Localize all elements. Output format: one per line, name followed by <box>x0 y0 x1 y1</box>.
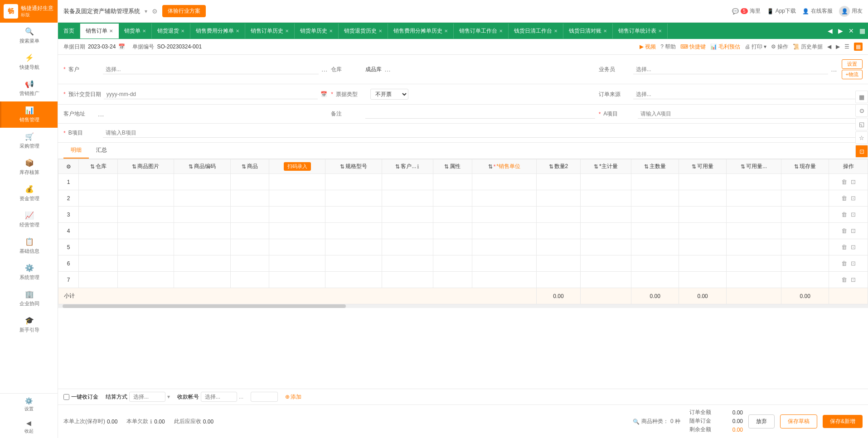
amount-input[interactable]: 0.00 <box>251 392 278 402</box>
float-btn-1[interactable]: ▦ <box>855 91 868 103</box>
online-service-btn[interactable]: 👤 在线客服 <box>802 7 833 15</box>
close-icon[interactable]: ✕ <box>603 29 607 34</box>
th-current-stock[interactable]: ⇅ 现存量 <box>781 159 829 174</box>
th-customer-code[interactable]: ⇅ 客户... ℹ <box>382 159 433 174</box>
cell-main-qty[interactable] <box>631 174 679 190</box>
cell-customer-code[interactable] <box>382 174 433 190</box>
b-project-input[interactable] <box>103 128 863 138</box>
sidebar-item-quick-nav[interactable]: ⚡ 快捷导航 <box>0 49 58 75</box>
cell-product-code[interactable] <box>174 174 230 190</box>
tab-menu-btn[interactable]: ▦ <box>857 25 868 36</box>
th-settings[interactable]: ⚙ <box>58 159 79 174</box>
copy-btn[interactable]: ⊡ <box>850 226 857 235</box>
float-btn-2[interactable]: ⊙ <box>855 104 868 117</box>
shortcut-btn[interactable]: ⌨ 快捷键 <box>680 43 706 51</box>
sidebar-item-guide[interactable]: 🎓 新手引导 <box>0 312 58 338</box>
sidebar-item-basic[interactable]: 📋 基础信息 <box>0 233 58 259</box>
tab-cash-daily-reconcile[interactable]: 钱货日清对账 ✕ <box>563 24 613 39</box>
cell-product[interactable] <box>230 174 269 190</box>
th-scan[interactable]: 扫码录入 <box>269 159 325 174</box>
cell-sales-unit[interactable] <box>472 174 537 190</box>
solution-btn[interactable]: 体验行业方案 <box>162 5 206 17</box>
tab-sales-expense-history[interactable]: 销售费用分摊单历史 ✕ <box>388 24 454 39</box>
one-click-checkout-checkbox[interactable]: 一键收订金 <box>63 393 98 401</box>
warehouse-dots-icon[interactable]: ... <box>384 65 390 73</box>
cell-main-unit[interactable] <box>580 174 631 190</box>
close-icon[interactable]: ✕ <box>236 29 239 34</box>
add-logistics-button[interactable]: +物流 <box>842 70 863 79</box>
app-download-btn[interactable]: 📱 App下载 <box>767 7 796 15</box>
sidebar-item-marketing[interactable]: 📢 营销推广 <box>0 75 58 101</box>
calendar2-icon[interactable]: 📅 <box>320 91 327 97</box>
float-btn-3[interactable]: ◱ <box>855 118 868 130</box>
scrollbar-thumb[interactable] <box>63 304 346 308</box>
remarks-input[interactable] <box>365 109 595 119</box>
layout-list-icon[interactable]: ☰ <box>844 43 849 50</box>
sidebar-item-enterprise[interactable]: 🏢 企业协同 <box>0 285 58 312</box>
tab-sales-return-history[interactable]: 销货单历史 ✕ <box>295 24 339 39</box>
cell-qty2[interactable] <box>537 174 580 190</box>
th-available-qty[interactable]: ⇅ 可用量 <box>679 159 727 174</box>
close-icon[interactable]: ✕ <box>181 29 184 34</box>
sub-tab-summary[interactable]: 汇总 <box>89 143 114 159</box>
save-draft-button[interactable]: 保存草稿 <box>780 414 817 428</box>
delete-btn[interactable]: 🗑 <box>840 210 848 219</box>
close-icon[interactable]: ✕ <box>142 29 146 34</box>
close-icon[interactable]: ✕ <box>658 29 662 34</box>
nav-next-icon[interactable]: ▶ <box>836 43 840 50</box>
table-scrollbar[interactable] <box>58 304 868 308</box>
cell-attributes[interactable] <box>433 174 472 190</box>
topbar-gear-icon[interactable]: ⚙ <box>152 8 158 15</box>
save-new-button[interactable]: 保存&新增 <box>823 415 863 428</box>
sidebar-item-finance[interactable]: 💰 资金管理 <box>0 180 58 207</box>
settings-button[interactable]: 设置 <box>842 59 863 69</box>
calendar-icon[interactable]: 📅 <box>118 43 125 50</box>
delivery-date-input[interactable] <box>104 90 318 99</box>
customer-dots-icon[interactable]: ... <box>321 65 327 73</box>
th-product[interactable]: ⇅ 商品 <box>230 159 269 174</box>
th-spec-model[interactable]: ⇅ 规格型号 <box>325 159 382 174</box>
tab-sales-return[interactable]: 销货单 ✕ <box>119 24 152 39</box>
th-attributes[interactable]: ⇅ 属性 <box>433 159 472 174</box>
view-btn[interactable]: ▶ 视频 <box>640 43 656 51</box>
delete-btn[interactable]: 🗑 <box>840 259 848 268</box>
float-btn-5[interactable]: ⊡ <box>855 145 868 158</box>
copy-btn[interactable]: ⊡ <box>850 210 857 219</box>
tab-cash-daily-workbench[interactable]: 钱货日清工作台 ✕ <box>509 24 563 39</box>
settlement-chevron-icon[interactable]: ▾ <box>167 394 170 400</box>
one-click-checkbox-input[interactable] <box>63 394 69 400</box>
tab-sales-order-stats[interactable]: 销售订单统计表 ✕ <box>613 24 668 39</box>
close-icon[interactable]: ✕ <box>329 29 333 34</box>
doc-num-value[interactable]: SO-20230324-001 <box>157 43 202 50</box>
receipt-account-input[interactable] <box>201 392 237 402</box>
close-icon[interactable]: ✕ <box>554 29 558 34</box>
user-menu[interactable]: 👤 用友 <box>839 6 863 17</box>
salesperson-input[interactable] <box>633 65 829 74</box>
tab-sales-expense-split[interactable]: 销售费用分摊单 ✕ <box>190 24 245 39</box>
settlement-method-input[interactable] <box>129 392 165 402</box>
sub-tab-detail[interactable]: 明细 <box>63 143 89 159</box>
delete-btn[interactable]: 🗑 <box>840 194 848 202</box>
close-icon[interactable]: ✕ <box>378 29 382 34</box>
th-sales-unit[interactable]: ⇅ **销售单位 <box>472 159 537 174</box>
close-icon[interactable]: ✕ <box>109 29 113 34</box>
notification-btn[interactable]: 💬 5 海里 <box>732 7 761 15</box>
add-payment-btn[interactable]: ⊕ 添加 <box>285 393 301 401</box>
sidebar-settings-btn[interactable]: ⚙️ 设置 <box>0 394 58 416</box>
cell-warehouse[interactable] <box>79 174 118 190</box>
close-icon[interactable]: ✕ <box>444 29 448 34</box>
delete-btn[interactable]: 🗑 <box>840 178 848 186</box>
th-main-unit[interactable]: ⇅ *主计量 <box>580 159 631 174</box>
nav-prev-icon[interactable]: ◀ <box>827 43 831 50</box>
cell-spec-model[interactable] <box>325 174 382 190</box>
copy-btn[interactable]: ⊡ <box>850 178 857 186</box>
sidebar-item-search[interactable]: 🔍 搜索菜单 <box>0 23 58 49</box>
order-source-input[interactable] <box>633 90 863 99</box>
date-value[interactable]: 2023-03-24 <box>88 43 116 50</box>
float-btn-4[interactable]: ☆ <box>855 131 868 144</box>
help-btn[interactable]: ? 帮助 <box>660 43 676 51</box>
tab-sales-refund-history[interactable]: 销货退货历史 ✕ <box>339 24 388 39</box>
th-product-image[interactable]: ⇅ 商品图片 <box>117 159 174 174</box>
th-qty2[interactable]: ⇅ 数量2 <box>537 159 580 174</box>
delete-btn[interactable]: 🗑 <box>840 226 848 235</box>
